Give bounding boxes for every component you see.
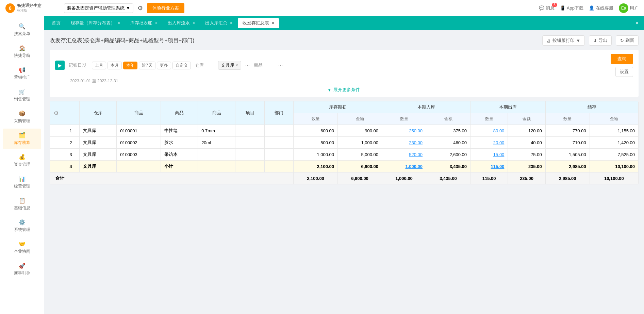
date-btn-last-month[interactable]: 上月 [92,62,106,69]
sidebar-item-system[interactable]: ⚙️ 系统管理 [3,216,41,236]
link-cell[interactable]: 20.00 [493,140,505,145]
table-cell: 0100003 [117,149,161,161]
settings-icon[interactable]: ⚙ [137,4,143,12]
table-settings-header: ⚙ [50,101,62,125]
sidebar-item-quick[interactable]: 🏠 快捷导航 [3,42,41,62]
date-shortcuts: 上月 本月 本年 近7天 更多 自定义 [92,62,191,69]
tab-inout-summary-label: 出入库汇总 [205,20,227,26]
table-row: 2文具库0100002胶水20ml500.001,000.00230.00460… [50,137,639,149]
sidebar-item-search[interactable]: 🔍 搜索菜单 [3,20,41,40]
sidebar-label-quick: 快捷导航 [14,53,30,59]
sidebar-item-guide[interactable]: 🚀 新手引导 [3,259,41,280]
tab-close-batch-account[interactable]: × [155,21,158,26]
sidebar-item-operation[interactable]: 📊 经营管理 [3,172,41,193]
expand-conditions-label: 展开更多条件 [333,87,360,93]
table-cell: 20ml [198,137,235,149]
sidebar-label-operation: 经营管理 [14,183,30,189]
logo-subtitle: 标准版 [17,8,42,13]
tab-inout-flow[interactable]: 出入库流水 × [163,18,200,28]
home-icon: 🏠 [19,45,26,51]
sidebar-item-marketing[interactable]: 📢 营销推广 [3,63,41,84]
table-cell: 1,000.00 [338,137,382,149]
tab-home[interactable]: 首页 [47,18,65,28]
print-dropdown-icon: ▼ [576,38,580,43]
table-cell: 采访本 [161,149,198,161]
col-header-dept: 部门 [264,101,293,125]
tab-stock-summary[interactable]: 收发存汇总表 × [238,18,279,28]
tab-inout-summary[interactable]: 出入库汇总 × [200,18,237,28]
sidebar-item-inventory[interactable]: 🗂️ 库存核算 [3,129,41,149]
tab-inventory-distribution[interactable]: 现存量（库存分布表） × [66,18,125,28]
table-row: 3文具库0100003采访本1,000.005,000.00520.002,60… [50,149,639,161]
user-menu[interactable]: Ea 用户 [619,3,639,13]
expand-conditions-button[interactable]: ▾ 展开更多条件 [328,87,360,93]
print-button[interactable]: 🖨 按钮版打印 ▼ [542,35,585,46]
sidebar-label-system: 系统管理 [14,227,30,233]
tab-close-inout-flow[interactable]: × [193,21,195,26]
table-cell: 1,420.00 [590,137,638,149]
sidebar-label-basic: 基础信息 [14,205,30,211]
sales-icon: 🛒 [19,88,26,95]
footer-label: 合计 [50,172,294,184]
system-icon: ⚙️ [19,219,26,226]
table-cell: 中性笔 [161,125,198,137]
tab-inout-flow-label: 出入库流水 [168,20,190,26]
table-cell: 2,100.00 [294,161,338,172]
system-selector[interactable]: 装备及固定资产辅助管理系统 ▼ [64,3,133,13]
global-close-icon[interactable]: × [633,19,641,28]
table-cell: 0100001 [117,125,161,137]
link-cell[interactable]: 230.00 [409,140,423,145]
refresh-button[interactable]: ↻ 刷新 [616,35,639,46]
link-cell[interactable]: 80.00 [493,128,505,133]
tab-close-inventory-distribution[interactable]: × [118,21,120,26]
settings-button[interactable]: 设置 [615,67,633,77]
table-gear-icon[interactable]: ⚙ [54,110,59,116]
table-cell [235,137,264,149]
tab-close-stock-summary[interactable]: × [272,21,274,26]
sidebar-item-finance[interactable]: 💰 资金管理 [3,150,41,171]
warehouse-filter-dots[interactable]: ··· [245,62,250,68]
date-btn-custom[interactable]: 自定义 [172,62,191,69]
table-cell: 小计 [161,161,198,172]
link-cell[interactable]: 15.00 [493,152,505,157]
sidebar-item-basic[interactable]: 📋 基础信息 [3,194,41,214]
table-cell: 0.7mm [198,125,235,137]
link-cell[interactable]: 115.00 [491,164,505,169]
sidebar-item-sales[interactable]: 🛒 销售管理 [3,85,41,105]
tab-close-inout-summary[interactable]: × [230,21,232,26]
filter-toggle-arrow[interactable]: ▶ [55,61,65,70]
marketing-icon: 📢 [19,67,26,73]
link-cell[interactable]: 1,000.00 [405,164,423,169]
date-btn-7days[interactable]: 近7天 [139,62,155,69]
logo-icon: 6 [5,3,15,13]
table-cell: 4 [62,161,80,172]
table-cell [264,137,293,149]
operation-icon: 📊 [19,176,26,182]
warehouse-tag-close[interactable]: × [236,63,238,68]
export-button[interactable]: ⬇ 导出 [589,35,612,46]
basic-icon: 📋 [19,197,26,204]
trial-button[interactable]: 体验行业方案 [147,3,184,13]
product-filter-label: 商品 [254,62,274,68]
table-cell: 235.00 [508,161,545,172]
app-download-button[interactable]: 📱 App下载 [560,5,583,11]
link-cell[interactable]: 520.00 [409,152,423,157]
product-filter-dots[interactable]: ··· [278,62,283,68]
footer-qichu-amt: 6,900.00 [338,172,382,184]
message-button[interactable]: 💬 消息 5 [539,5,555,11]
product-filter-section: 商品 ··· [254,62,283,68]
query-button[interactable]: 查询 [611,54,633,64]
table-cell: 文具库 [80,149,117,161]
date-btn-more[interactable]: 更多 [157,62,171,69]
page-title: 收发存汇总表(按仓库+商品编码+商品+规格型号+项目+部门) [50,37,194,44]
table-cell: 2 [62,137,80,149]
sidebar-item-purchase[interactable]: 📦 采购管理 [3,107,41,127]
sidebar-item-cooperation[interactable]: 🤝 企业协同 [3,237,41,258]
date-btn-this-year[interactable]: 本年 [123,62,137,69]
link-cell[interactable]: 250.00 [409,128,423,133]
online-service-button[interactable]: 👤 在线客服 [589,5,613,11]
system-name: 装备及固定资产辅助管理系统 [67,5,125,11]
table-cell [117,161,161,172]
tab-batch-account[interactable]: 库存批次账 × [126,18,162,28]
date-btn-this-month[interactable]: 本月 [108,62,122,69]
